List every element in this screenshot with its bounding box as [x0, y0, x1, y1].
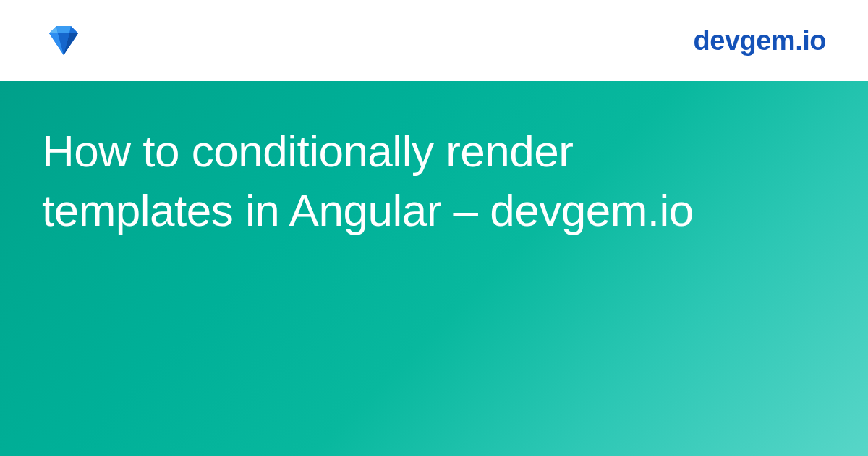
brand-text: devgem.io — [694, 25, 826, 56]
header-bar: devgem.io — [0, 0, 868, 81]
hero-section: How to conditionally render templates in… — [0, 81, 868, 456]
page-title: How to conditionally render templates in… — [42, 122, 765, 240]
logo-wrap — [42, 23, 85, 58]
svg-marker-1 — [49, 26, 58, 33]
gem-icon — [42, 23, 85, 58]
svg-marker-3 — [69, 26, 78, 33]
svg-marker-2 — [56, 26, 71, 33]
